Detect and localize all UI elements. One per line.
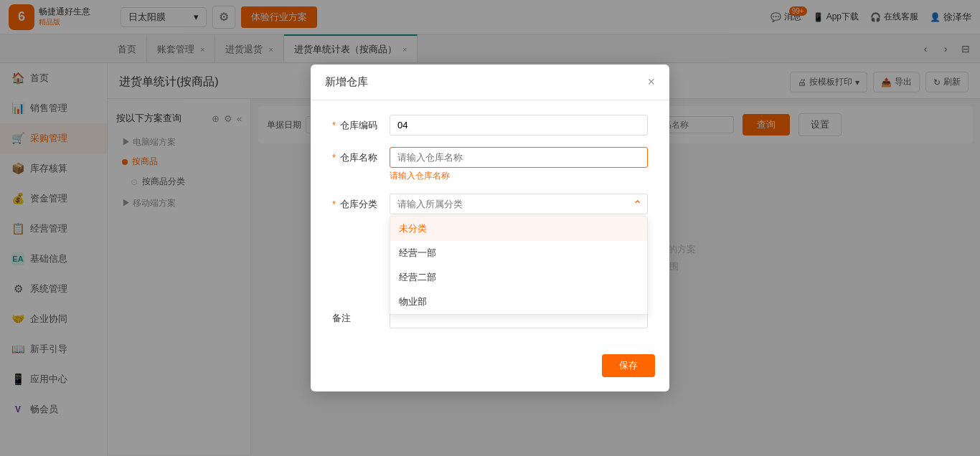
- dropdown-item-0[interactable]: 未分类: [390, 217, 647, 241]
- name-input[interactable]: [390, 147, 648, 168]
- dialog-body: * 仓库编码 * 仓库名称 请输入仓库名称: [311, 100, 669, 347]
- code-label: * 仓库编码: [332, 115, 390, 132]
- dialog-title: 新增仓库: [325, 75, 368, 89]
- category-input[interactable]: [390, 194, 648, 214]
- warehouse-category-row: * 仓库分类 ⌃ 未分类 经营一部 经营二部 物业部: [332, 194, 648, 214]
- category-label: * 仓库分类: [332, 194, 390, 211]
- dropdown-item-2[interactable]: 经营二部: [390, 265, 647, 290]
- dialog-footer: 保存: [311, 347, 669, 391]
- notes-label: 备注: [332, 308, 390, 325]
- code-field: [390, 115, 648, 136]
- warehouse-code-row: * 仓库编码: [332, 115, 648, 136]
- dropdown-item-1[interactable]: 经营一部: [390, 241, 647, 265]
- name-error-msg: 请输入仓库名称: [390, 170, 648, 182]
- category-dropdown: 未分类 经营一部 经营二部 物业部: [390, 216, 648, 315]
- dropdown-item-3[interactable]: 物业部: [390, 290, 647, 314]
- category-field: ⌃ 未分类 经营一部 经营二部 物业部: [390, 194, 648, 214]
- dialog-close-button[interactable]: ×: [647, 75, 655, 90]
- warehouse-name-row: * 仓库名称 请输入仓库名称: [332, 147, 648, 182]
- code-input[interactable]: [390, 115, 648, 136]
- name-label: * 仓库名称: [332, 147, 390, 164]
- name-field: 请输入仓库名称: [390, 147, 648, 182]
- new-warehouse-dialog: 新增仓库 × * 仓库编码 * 仓库名称: [311, 65, 669, 391]
- save-button[interactable]: 保存: [602, 354, 655, 377]
- modal-overlay: 新增仓库 × * 仓库编码 * 仓库名称: [0, 0, 980, 456]
- dialog-header: 新增仓库 ×: [311, 65, 669, 100]
